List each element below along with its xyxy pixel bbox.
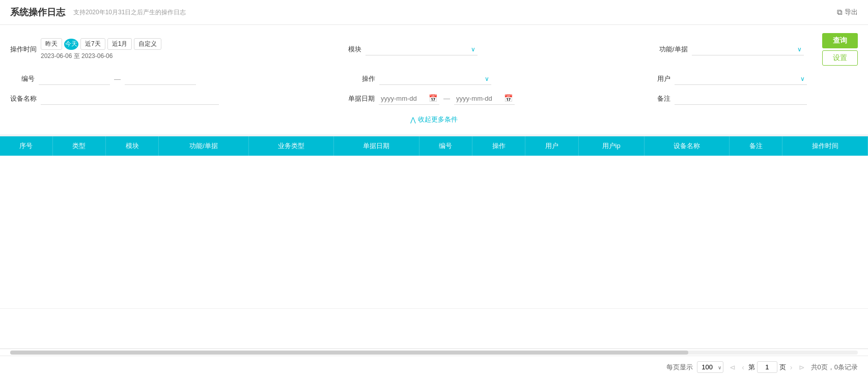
- time-custom-btn[interactable]: 自定义: [134, 38, 161, 50]
- col-time: 操作时间: [782, 136, 868, 156]
- col-voucher-date: 单据日期: [334, 136, 419, 156]
- table-header: 序号 类型 模块 功能/单据 业务类型 单据日期 编号 操作 用户 用户ip 设…: [0, 136, 868, 156]
- bottom-bar: 每页显示 100 50 200 ⊲ ‹ 第 页 › ⊳ 共0页，0条记录: [0, 356, 868, 378]
- time-filter: 昨天 今天 近7天 近1月 自定义 2023-06-06 至 2023-06-0…: [41, 38, 161, 61]
- next-page-btn[interactable]: ›: [788, 362, 795, 372]
- module-select-wrapper: ∨: [366, 43, 478, 55]
- query-button[interactable]: 查询: [822, 33, 858, 48]
- time-yesterday-btn[interactable]: 昨天: [41, 38, 62, 50]
- calendar-start-icon[interactable]: 📅: [429, 94, 437, 102]
- calendar-end-icon[interactable]: 📅: [504, 94, 513, 102]
- col-function: 功能/单据: [159, 136, 248, 156]
- time-label: 操作时间: [10, 45, 41, 54]
- col-remark: 备注: [730, 136, 782, 156]
- filter-row-1: 操作时间 昨天 今天 近7天 近1月 自定义 2023-06-06 至 2023…: [10, 33, 858, 66]
- operation-select[interactable]: [379, 73, 491, 85]
- time-today-btn[interactable]: 今天: [64, 39, 78, 50]
- empty-cell: [0, 156, 868, 308]
- page-size-select[interactable]: 100 50 200: [697, 361, 723, 373]
- time-7days-btn[interactable]: 近7天: [80, 38, 105, 50]
- data-table: 序号 类型 模块 功能/单据 业务类型 单据日期 编号 操作 用户 用户ip 设…: [0, 136, 868, 309]
- col-index: 序号: [0, 136, 52, 156]
- col-user-ip: 用户ip: [578, 136, 644, 156]
- table-container: 序号 类型 模块 功能/单据 业务类型 单据日期 编号 操作 用户 用户ip 设…: [0, 136, 868, 348]
- time-range: 2023-06-06 至 2023-06-06: [41, 52, 161, 61]
- settings-button[interactable]: 设置: [822, 50, 858, 66]
- device-input[interactable]: [41, 93, 219, 105]
- scroll-area[interactable]: [0, 348, 868, 356]
- col-module: 模块: [106, 136, 159, 156]
- first-page-btn[interactable]: ⊲: [727, 362, 738, 372]
- user-select[interactable]: [675, 73, 807, 85]
- remark-input[interactable]: [675, 93, 807, 105]
- filter-panel: 操作时间 昨天 今天 近7天 近1月 自定义 2023-06-06 至 2023…: [0, 25, 868, 134]
- collapse-icon: ⋀: [410, 116, 416, 124]
- number-input-start[interactable]: [39, 73, 110, 85]
- page-subtitle: 支持2020年10月31日之后产生的操作日志: [73, 8, 186, 17]
- prev-page-btn[interactable]: ‹: [740, 362, 746, 372]
- user-select-wrapper: ∨: [675, 73, 807, 85]
- module-label: 模块: [325, 45, 366, 54]
- page-input[interactable]: [757, 361, 777, 373]
- function-filter: 功能/单据 ∨: [651, 43, 814, 55]
- date-start-input[interactable]: [381, 95, 427, 102]
- collapse-button[interactable]: ⋀ 收起更多条件: [410, 115, 458, 124]
- table-body: [0, 156, 868, 308]
- page-size-wrapper: 100 50 200: [697, 361, 723, 373]
- collapse-bar: ⋀ 收起更多条件: [10, 112, 858, 126]
- col-device: 设备名称: [644, 136, 729, 156]
- time-1month-btn[interactable]: 近1月: [107, 38, 132, 50]
- function-select[interactable]: [692, 43, 804, 55]
- page-size-label: 每页显示: [666, 363, 693, 372]
- page-header: 系统操作日志 支持2020年10月31日之后产生的操作日志 ⧉ 导出: [0, 0, 868, 25]
- date-end-input[interactable]: [456, 95, 502, 102]
- table-header-row: 序号 类型 模块 功能/单据 业务类型 单据日期 编号 操作 用户 用户ip 设…: [0, 136, 868, 156]
- empty-row: [0, 156, 868, 308]
- page-total: 共0页，0条记录: [811, 363, 858, 372]
- module-filter: 模块 ∨: [325, 43, 488, 55]
- operation-select-wrapper: ∨: [379, 73, 491, 85]
- export-icon: ⧉: [837, 8, 843, 17]
- date-end-wrapper: 📅: [454, 92, 515, 105]
- number-input-end[interactable]: [125, 73, 196, 85]
- page-title: 系统操作日志: [10, 6, 65, 18]
- scrollbar-thumb[interactable]: [10, 351, 688, 355]
- filter-row-2: 编号 — 操作 ∨ 用户: [10, 73, 858, 85]
- function-select-wrapper: ∨: [692, 43, 804, 55]
- date-dash: —: [443, 95, 450, 102]
- function-label: 功能/单据: [651, 45, 692, 54]
- remark-label: 备注: [634, 94, 675, 103]
- col-business-type: 业务类型: [248, 136, 333, 156]
- user-filter: 用户 ∨: [634, 73, 807, 85]
- user-label: 用户: [634, 74, 675, 83]
- filter-row-3: 设备名称 单据日期 📅 — 📅 备注: [10, 92, 858, 105]
- page-label: 第: [748, 363, 755, 372]
- col-type: 类型: [52, 136, 105, 156]
- scrollbar-track: [10, 351, 858, 355]
- voucher-date-label: 单据日期: [338, 94, 379, 103]
- export-label: 导出: [845, 8, 858, 17]
- operation-label: 操作: [339, 74, 379, 83]
- device-label: 设备名称: [10, 94, 41, 103]
- page-unit: 页: [779, 363, 786, 372]
- number-dash: —: [114, 75, 121, 83]
- number-label: 编号: [10, 74, 39, 83]
- last-page-btn[interactable]: ⊳: [797, 362, 807, 372]
- export-button[interactable]: ⧉ 导出: [837, 8, 858, 17]
- col-number: 编号: [419, 136, 472, 156]
- col-operation: 操作: [472, 136, 525, 156]
- operation-filter: 操作 ∨: [339, 73, 491, 85]
- module-select[interactable]: [366, 43, 478, 55]
- time-buttons: 昨天 今天 近7天 近1月 自定义: [41, 38, 161, 50]
- action-buttons: 查询 设置: [822, 33, 858, 66]
- date-start-wrapper: 📅: [379, 92, 439, 105]
- col-user: 用户: [525, 136, 578, 156]
- collapse-label: 收起更多条件: [418, 115, 458, 124]
- pagination: ⊲ ‹ 第 页 › ⊳: [727, 361, 806, 373]
